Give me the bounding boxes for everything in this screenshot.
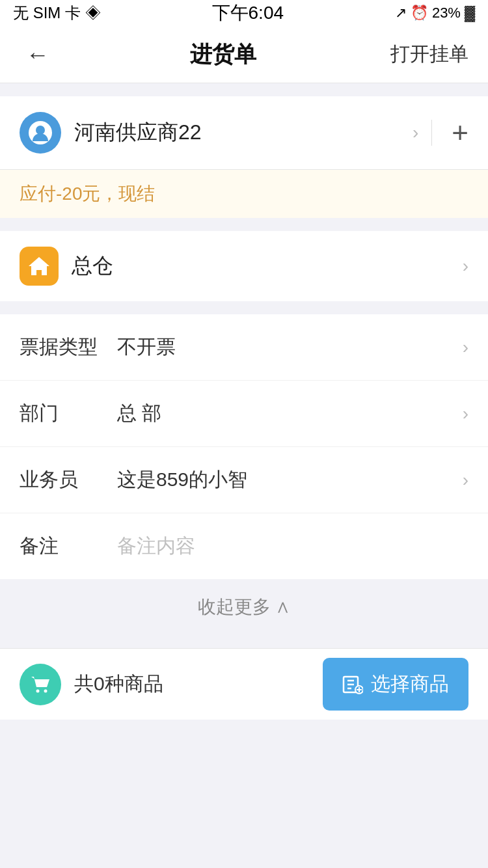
collapse-button[interactable]: 收起更多 ∧: [0, 579, 488, 635]
nav-bar: ← 进货单 打开挂单: [0, 26, 488, 83]
select-product-label: 选择商品: [371, 671, 449, 698]
salesperson-row[interactable]: 业务员 这是859的小智 ›: [0, 447, 488, 513]
product-count: 共0种商品: [74, 671, 310, 698]
department-chevron-icon: ›: [463, 403, 468, 424]
house-icon: [27, 254, 51, 278]
alarm-icon: ⏰: [411, 5, 428, 21]
avatar-inner: [29, 121, 52, 144]
department-label: 部门: [20, 400, 111, 427]
remark-row[interactable]: 备注 备注内容: [0, 513, 488, 579]
invoice-type-chevron-icon: ›: [463, 337, 468, 358]
status-bar: 无 SIM 卡 ◈ 下午6:04 ↗ ⏰ 23% ▓: [0, 0, 488, 26]
department-value: 总 部: [117, 400, 463, 427]
form-card: 票据类型 不开票 › 部门 总 部 › 业务员 这是859的小智 › 备注 备注…: [0, 314, 488, 579]
warehouse-row[interactable]: 总仓 ›: [0, 231, 488, 301]
location-icon: ↗: [395, 5, 407, 21]
add-supplier-button[interactable]: +: [452, 118, 468, 147]
remark-value[interactable]: 备注内容: [117, 533, 468, 560]
invoice-type-label: 票据类型: [20, 334, 111, 360]
supplier-name: 河南供应商22: [74, 118, 413, 147]
salesperson-label: 业务员: [20, 467, 111, 493]
svg-point-1: [36, 689, 40, 692]
page-title: 进货单: [190, 40, 256, 70]
battery-label: 23%: [432, 5, 461, 21]
bottom-bg: [0, 720, 488, 868]
bottom-bar: 共0种商品 选择商品: [0, 648, 488, 720]
warehouse-name: 总仓: [72, 252, 463, 280]
salesperson-chevron-icon: ›: [463, 470, 468, 491]
salesperson-value: 这是859的小智: [117, 467, 463, 493]
info-banner: 应付-20元，现结: [0, 170, 488, 218]
warehouse-chevron-icon: ›: [463, 256, 468, 277]
separator: [431, 120, 432, 146]
cart-icon: [29, 673, 52, 696]
supplier-row[interactable]: 河南供应商22 › +: [0, 96, 488, 170]
supplier-avatar: [20, 112, 61, 154]
select-product-button[interactable]: 选择商品: [323, 658, 468, 711]
supplier-card: 河南供应商22 › + 应付-20元，现结: [0, 96, 488, 218]
status-left: 无 SIM 卡 ◈: [13, 3, 101, 23]
status-time: 下午6:04: [212, 1, 284, 25]
gap-1: [0, 83, 488, 96]
invoice-type-value: 不开票: [117, 334, 463, 360]
sim-label: 无 SIM 卡 ◈: [13, 3, 101, 23]
back-button[interactable]: ←: [20, 34, 56, 75]
open-pending-button[interactable]: 打开挂单: [390, 41, 468, 68]
collapse-label: 收起更多 ∧: [198, 595, 291, 619]
department-row[interactable]: 部门 总 部 ›: [0, 381, 488, 447]
person-icon: [31, 123, 50, 142]
product-cart-icon: [20, 664, 61, 705]
gap-3: [0, 301, 488, 314]
svg-point-2: [44, 689, 47, 692]
invoice-type-row[interactable]: 票据类型 不开票 ›: [0, 314, 488, 381]
svg-point-0: [36, 126, 45, 135]
warehouse-icon: [20, 247, 59, 286]
select-product-icon: [342, 674, 363, 695]
remark-label: 备注: [20, 533, 111, 560]
status-right: ↗ ⏰ 23% ▓: [395, 5, 475, 21]
gap-4: [0, 635, 488, 648]
supplier-chevron-icon: ›: [413, 122, 418, 143]
warehouse-card[interactable]: 总仓 ›: [0, 231, 488, 301]
battery-icon: ▓: [465, 5, 475, 21]
gap-2: [0, 218, 488, 231]
